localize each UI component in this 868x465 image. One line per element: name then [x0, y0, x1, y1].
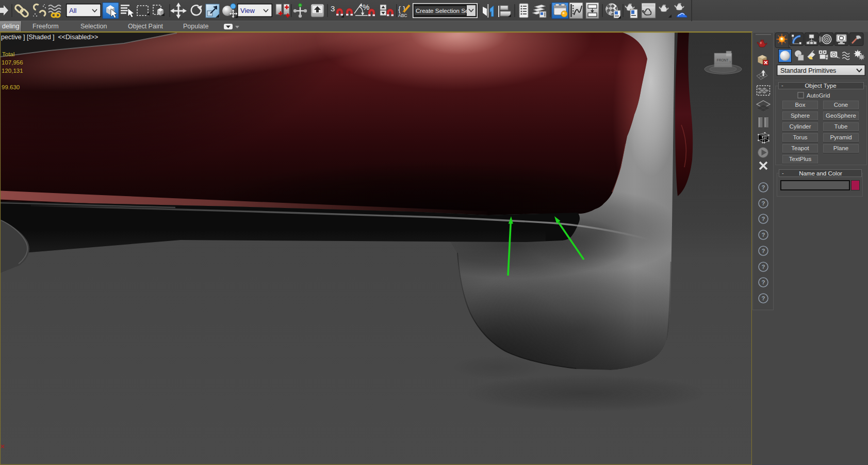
- svg-text:Create Selection Se: Create Selection Se: [416, 8, 468, 14]
- svg-text:-: -: [782, 170, 784, 176]
- svg-text:?: ?: [761, 279, 765, 285]
- svg-text:?: ?: [761, 264, 765, 270]
- svg-text:%: %: [363, 3, 369, 11]
- svg-text:View: View: [240, 7, 255, 14]
- svg-text:-: -: [781, 82, 783, 88]
- svg-text:All: All: [69, 7, 77, 14]
- svg-text:?: ?: [761, 216, 765, 222]
- svg-text:Name and Color: Name and Color: [799, 170, 842, 177]
- svg-text:?: ?: [761, 184, 765, 190]
- svg-text:?: ?: [761, 295, 765, 301]
- svg-text:FRONT: FRONT: [717, 58, 728, 62]
- svg-text:Y: Y: [729, 60, 731, 63]
- svg-text:?: ?: [761, 248, 765, 254]
- svg-text:?: ?: [761, 232, 765, 238]
- svg-text:AutoGrid: AutoGrid: [807, 92, 830, 99]
- svg-text:Standard Primitives: Standard Primitives: [780, 67, 836, 74]
- svg-text:Object Type: Object Type: [805, 83, 836, 89]
- svg-text:3: 3: [331, 4, 335, 13]
- svg-text:?: ?: [761, 200, 765, 206]
- svg-text:ABC: ABC: [398, 13, 407, 18]
